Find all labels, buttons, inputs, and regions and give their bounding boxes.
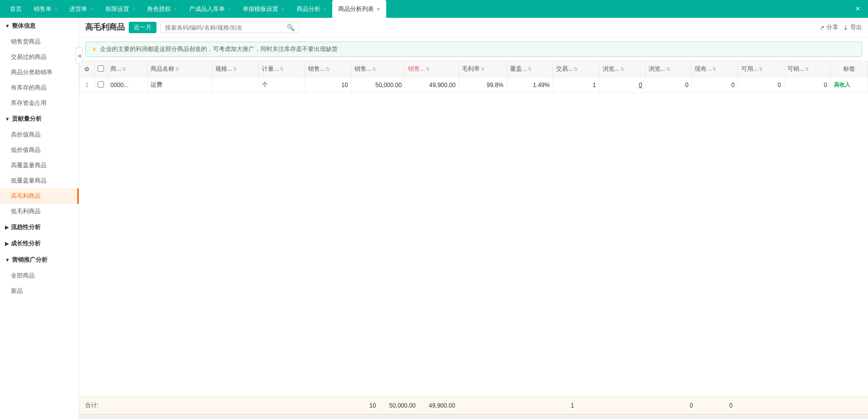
row-checkbox-cell[interactable] xyxy=(95,77,107,93)
chevron-right-icon: ▶ xyxy=(5,241,9,246)
sidebar-group-overall[interactable]: ▼ 整体信息 xyxy=(0,18,79,34)
export-button[interactable]: ⤓ 导出 xyxy=(843,23,862,32)
nav-item-sales[interactable]: 销售单 × xyxy=(28,0,63,18)
sidebar-group-contribution[interactable]: ▼ 贡献量分析 xyxy=(0,111,79,127)
col-transactions[interactable]: 交易... ⇅ xyxy=(553,61,599,77)
footer-total: 合计: 10 50,000.00 49,900.00 1 0 0 xyxy=(79,396,868,414)
nav-item-permissions[interactable]: 权限设置 × xyxy=(100,0,141,18)
nav-item-template[interactable]: 单据模板设置 × xyxy=(237,0,290,18)
sidebar-item-category-rate[interactable]: 商品分类助销率 xyxy=(0,65,79,80)
nav-item-analysis-list[interactable]: 商品分析列表 × xyxy=(332,0,386,18)
close-icon[interactable]: × xyxy=(377,6,380,12)
chevron-right-icon: ▶ xyxy=(5,225,9,230)
top-nav: 首页 销售单 × 进货单 × 权限设置 × 角色授权 × 产成品入库单 × 单据… xyxy=(0,0,868,18)
col-code[interactable]: 商... ⇅ xyxy=(107,61,148,77)
horizontal-scrollbar[interactable] xyxy=(79,414,868,419)
sidebar-item-sales-goods[interactable]: 销售货商品 xyxy=(0,34,79,49)
sidebar-collapse-button[interactable]: ◀ xyxy=(75,47,83,63)
footer-sales2: 50,000.00 xyxy=(381,402,420,409)
export-icon: ⤓ xyxy=(843,24,848,31)
share-button[interactable]: ↗ 分享 xyxy=(819,23,838,32)
sidebar-item-new-goods[interactable]: 新品 xyxy=(0,283,79,299)
settings-icon[interactable]: ⚙ xyxy=(84,66,90,73)
sort-icon: ⇅ xyxy=(326,67,330,72)
col-tag: 标签 xyxy=(830,61,868,77)
nav-item-production[interactable]: 产成品入库单 × xyxy=(183,0,237,18)
sidebar-item-high-coverage[interactable]: 高覆盖量商品 xyxy=(0,158,79,173)
sort-icon: ⇅ xyxy=(426,67,430,72)
sidebar-item-high-value[interactable]: 高价值商品 xyxy=(0,127,79,142)
col-browse2[interactable]: 浏览... ⇅ xyxy=(645,61,691,77)
close-icon[interactable]: × xyxy=(90,6,93,12)
nav-item-analysis[interactable]: 商品分析 × xyxy=(291,0,332,18)
col-sales1[interactable]: 销售... ⇅ xyxy=(305,61,351,77)
row-stock2: 0 xyxy=(738,77,784,93)
col-spec[interactable]: 规格... ⇅ xyxy=(212,61,258,77)
sidebar-group-trend[interactable]: ▶ 流趋性分析 xyxy=(0,219,79,235)
row-name: 运费 xyxy=(148,77,212,93)
header-actions: ↗ 分享 ⤓ 导出 xyxy=(819,23,862,32)
col-unit[interactable]: 计量... ⇅ xyxy=(258,61,305,77)
row-browse1[interactable]: 0 xyxy=(599,77,645,93)
sort-icon: ⇅ xyxy=(481,67,485,72)
col-sales3[interactable]: 销售... ⇅ xyxy=(405,61,459,77)
close-icon[interactable]: × xyxy=(54,6,57,12)
footer-stock2: 0 xyxy=(698,402,737,409)
col-checkbox[interactable] xyxy=(95,61,107,77)
page-title: 高毛利商品 xyxy=(85,22,125,33)
sort-icon: ⇅ xyxy=(805,67,809,72)
sidebar-item-low-margin[interactable]: 低毛利商品 xyxy=(0,204,79,219)
nav-item-home[interactable]: 首页 xyxy=(4,0,28,18)
col-settings[interactable]: ⚙ xyxy=(80,61,95,77)
sidebar-item-all-goods[interactable]: 全部商品 xyxy=(0,268,79,283)
search-input[interactable] xyxy=(165,24,287,31)
close-icon[interactable]: × xyxy=(281,6,284,12)
tip-bar: ☀ 企业的主要的利润都是这部分商品创造的，可考虑加大推广，同时关注库存是不要出现… xyxy=(85,42,862,57)
col-coverage[interactable]: 覆盖... ⇅ xyxy=(507,61,553,77)
sidebar-item-low-value[interactable]: 低价值商品 xyxy=(0,142,79,158)
row-checkbox[interactable] xyxy=(98,81,104,88)
close-icon[interactable]: × xyxy=(174,6,177,12)
sort-icon: ⇅ xyxy=(574,67,578,72)
close-icon[interactable]: × xyxy=(132,6,135,12)
content-area: 高毛利商品 近一月 🔍 ↗ 分享 ⤓ 导出 ☀ 企业的主要的利润都是这部分商品创… xyxy=(79,18,868,419)
row-stock1: 0 xyxy=(692,77,738,93)
row-sales1: 10 xyxy=(305,77,351,93)
footer-sales3: 49,900.00 xyxy=(420,402,460,409)
date-filter-button[interactable]: 近一月 xyxy=(129,22,156,33)
sidebar-item-traded-goods[interactable]: 交易过的商品 xyxy=(0,49,79,65)
nav-item-roles[interactable]: 角色授权 × xyxy=(141,0,183,18)
col-stock1[interactable]: 现有... ⇅ xyxy=(692,61,738,77)
sort-icon: ⇅ xyxy=(620,67,624,72)
sidebar-item-low-coverage[interactable]: 低覆盖量商品 xyxy=(0,173,79,188)
nav-item-purchase[interactable]: 进货单 × xyxy=(63,0,99,18)
footer-stock1: 0 xyxy=(658,402,698,409)
row-transactions: 1 xyxy=(553,77,599,93)
share-icon: ↗ xyxy=(819,24,824,31)
sidebar-item-high-margin[interactable]: 高毛利商品 xyxy=(0,188,79,204)
search-icon[interactable]: 🔍 xyxy=(287,24,295,31)
col-gross-rate[interactable]: 毛利率 ⇅ xyxy=(459,61,507,77)
chevron-down-icon: ▼ xyxy=(5,23,10,29)
close-icon[interactable]: × xyxy=(228,6,231,12)
sidebar-item-stock-capital[interactable]: 库存资金占用 xyxy=(0,95,79,111)
close-icon[interactable]: × xyxy=(323,6,326,12)
row-spec xyxy=(212,77,258,93)
sort-icon: ⇅ xyxy=(175,67,179,72)
col-browse1[interactable]: 浏览... ⇅ xyxy=(599,61,645,77)
nav-close-all-button[interactable]: × xyxy=(852,4,864,13)
sort-icon: ⇅ xyxy=(713,67,716,72)
col-sales2[interactable]: 销售... ⇅ xyxy=(351,61,405,77)
data-table: ⚙ 商... ⇅ 商品名称 xyxy=(79,61,868,93)
row-gross-rate: 99.8% xyxy=(459,77,507,93)
table-container: ⚙ 商... ⇅ 商品名称 xyxy=(79,61,868,396)
col-stock3[interactable]: 可销... ⇅ xyxy=(784,61,830,77)
sidebar-group-marketing[interactable]: ▼ 营销推广分析 xyxy=(0,252,79,268)
select-all-checkbox[interactable] xyxy=(98,65,104,72)
col-stock2[interactable]: 可用... ⇅ xyxy=(738,61,784,77)
sidebar-group-growth[interactable]: ▶ 成长性分析 xyxy=(0,235,79,252)
sort-icon: ⇅ xyxy=(233,67,237,72)
col-name[interactable]: 商品名称 ⇅ xyxy=(148,61,212,77)
sidebar-item-in-stock[interactable]: 有库存的商品 xyxy=(0,80,79,95)
sort-icon: ⇅ xyxy=(759,67,763,72)
